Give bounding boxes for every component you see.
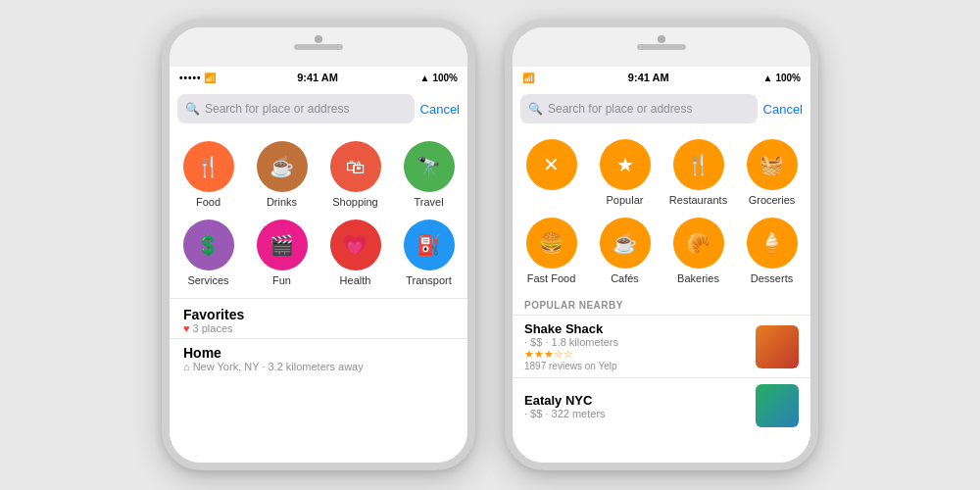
category-label-drinks: Drinks xyxy=(267,196,297,208)
category-item-services[interactable]: 💲 Services xyxy=(173,216,243,290)
nearby-thumb-0 xyxy=(756,325,799,368)
category-label-p2-cafes: Cafés xyxy=(611,272,639,284)
search-icon-2: 🔍 xyxy=(528,102,543,116)
category-icon-p2-clear: ✕ xyxy=(543,153,560,176)
category-icon-p2-groceries: 🧺 xyxy=(760,153,784,176)
home-icon: ⌂ xyxy=(183,361,190,372)
nearby-item[interactable]: Shake Shack · $$ · 1.8 kilometers ★★★☆☆ … xyxy=(513,315,810,377)
phone-1-top xyxy=(170,27,467,67)
phone-2: 📶 9:41 AM ▲ 100% 🔍 Search for place or a… xyxy=(505,20,818,470)
category-item-health[interactable]: 💗 Health xyxy=(320,216,390,290)
category-item-shopping[interactable]: 🛍 Shopping xyxy=(320,137,390,212)
time-2: 9:41 AM xyxy=(628,72,669,83)
speaker xyxy=(294,44,343,50)
wifi-icon-2: 📶 xyxy=(522,73,534,83)
home-address: New York, NY · 3.2 kilometers away xyxy=(193,361,364,372)
category-icon-shopping: 🛍 xyxy=(346,156,366,178)
category-icon-p2-popular: ★ xyxy=(616,153,634,176)
category-item-food[interactable]: 🍴 Food xyxy=(173,137,243,212)
home-title: Home xyxy=(183,345,454,361)
nearby-thumb-1 xyxy=(756,384,799,427)
category-icon-food: 🍴 xyxy=(196,155,220,178)
category-circle-p2-desserts: 🍦 xyxy=(747,218,798,269)
thumb-img-1 xyxy=(756,384,799,427)
arrow-icon-1: ▲ xyxy=(420,73,430,83)
nearby-name-1: Eataly NYC xyxy=(524,393,748,408)
phone-2-content: 🔍 Search for place or address Cancel ✕ ★… xyxy=(513,88,810,463)
category-circle-services: 💲 xyxy=(183,220,234,270)
search-placeholder-1: Search for place or address xyxy=(205,102,349,116)
category-icon-health: 💗 xyxy=(343,233,368,257)
favorites-title: Favorites xyxy=(183,307,454,322)
category-item-p2-desserts[interactable]: 🍦 Desserts xyxy=(737,214,807,288)
category-icon-p2-restaurants: 🍴 xyxy=(686,153,710,176)
search-bar-1[interactable]: 🔍 Search for place or address xyxy=(177,94,415,123)
category-label-p2-groceries: Groceries xyxy=(749,194,796,206)
status-left-2: 📶 xyxy=(522,73,534,83)
category-icon-p2-desserts: 🍦 xyxy=(760,231,784,255)
category-icon-p2-fastfood: 🍔 xyxy=(539,231,564,255)
phone-1-content: 🔍 Search for place or address Cancel 🍴 F… xyxy=(170,88,467,463)
category-icon-p2-cafes: ☕ xyxy=(612,231,637,255)
battery-1: 100% xyxy=(432,73,458,83)
nearby-item[interactable]: Eataly NYC · $$ · 322 meters xyxy=(513,377,810,433)
nearby-info-1: Eataly NYC · $$ · 322 meters xyxy=(524,393,748,419)
front-camera-2 xyxy=(658,35,665,43)
category-label-shopping: Shopping xyxy=(332,196,378,208)
category-icon-drinks: ☕ xyxy=(270,155,294,178)
category-item-transport[interactable]: ⛽ Transport xyxy=(394,216,464,290)
status-bar-2: 📶 9:41 AM ▲ 100% xyxy=(513,67,810,88)
arrow-icon-2: ▲ xyxy=(763,73,773,83)
category-label-health: Health xyxy=(340,274,371,286)
category-circle-food: 🍴 xyxy=(183,141,234,192)
cancel-btn-2[interactable]: Cancel xyxy=(763,102,803,117)
favorites-count: 3 places xyxy=(193,322,233,334)
search-row-1: 🔍 Search for place or address Cancel xyxy=(170,88,467,129)
category-circle-shopping: 🛍 xyxy=(330,141,381,192)
nearby-list: Shake Shack · $$ · 1.8 kilometers ★★★☆☆ … xyxy=(513,315,810,433)
home-section: Home ⌂ New York, NY · 3.2 kilometers awa… xyxy=(170,338,467,378)
category-item-p2-groceries[interactable]: 🧺 Groceries xyxy=(737,135,807,210)
category-label-fun: Fun xyxy=(272,274,291,286)
category-icon-p2-bakeries: 🥐 xyxy=(686,231,710,255)
category-circle-p2-clear: ✕ xyxy=(526,139,577,190)
category-label-p2-desserts: Desserts xyxy=(751,272,793,284)
category-label-food: Food xyxy=(196,196,220,208)
category-circle-p2-groceries: 🧺 xyxy=(747,139,798,190)
phone-1: ••••• 📶 9:41 AM ▲ 100% 🔍 Search for plac… xyxy=(162,20,475,470)
category-item-drinks[interactable]: ☕ Drinks xyxy=(247,137,317,212)
category-item-fun[interactable]: 🎬 Fun xyxy=(247,216,317,290)
nearby-title: POPULAR NEARBY xyxy=(513,294,810,315)
category-item-p2-clear[interactable]: ✕ xyxy=(516,135,586,210)
category-grid-1: 🍴 Food ☕ Drinks 🛍 Shopping 🔭 Travel 💲 Se… xyxy=(170,129,467,298)
category-label-p2-bakeries: Bakeries xyxy=(677,272,719,284)
nearby-name-0: Shake Shack xyxy=(524,321,748,336)
nearby-stars-0: ★★★☆☆ xyxy=(524,348,748,361)
nearby-meta-1: · $$ · 322 meters xyxy=(524,408,748,419)
category-item-p2-bakeries[interactable]: 🥐 Bakeries xyxy=(663,214,733,288)
search-placeholder-2: Search for place or address xyxy=(548,102,692,116)
favorites-section: Favorites ♥ 3 places xyxy=(170,298,467,338)
thumb-img-0 xyxy=(756,325,799,368)
category-circle-drinks: ☕ xyxy=(257,141,308,192)
category-item-p2-popular[interactable]: ★ Popular xyxy=(590,135,660,210)
category-circle-p2-bakeries: 🥐 xyxy=(673,218,724,269)
wifi-icon: 📶 xyxy=(204,73,216,83)
search-icon-1: 🔍 xyxy=(185,102,200,116)
status-bar-1: ••••• 📶 9:41 AM ▲ 100% xyxy=(170,67,467,88)
category-item-p2-fastfood[interactable]: 🍔 Fast Food xyxy=(516,214,586,288)
category-item-p2-cafes[interactable]: ☕ Cafés xyxy=(590,214,660,288)
front-camera xyxy=(315,35,322,43)
category-circle-p2-popular: ★ xyxy=(600,139,651,190)
category-item-p2-restaurants[interactable]: 🍴 Restaurants xyxy=(663,135,733,210)
category-circle-fun: 🎬 xyxy=(257,220,308,270)
home-sub: ⌂ New York, NY · 3.2 kilometers away xyxy=(183,361,454,372)
nearby-info-0: Shake Shack · $$ · 1.8 kilometers ★★★☆☆ … xyxy=(524,321,748,371)
search-row-2: 🔍 Search for place or address Cancel xyxy=(513,88,810,129)
category-label-p2-popular: Popular xyxy=(607,194,644,206)
cancel-btn-1[interactable]: Cancel xyxy=(420,102,460,117)
category-icon-transport: ⛽ xyxy=(416,233,441,257)
search-bar-2[interactable]: 🔍 Search for place or address xyxy=(520,94,758,123)
category-item-travel[interactable]: 🔭 Travel xyxy=(394,137,464,212)
category-circle-p2-restaurants: 🍴 xyxy=(673,139,724,190)
